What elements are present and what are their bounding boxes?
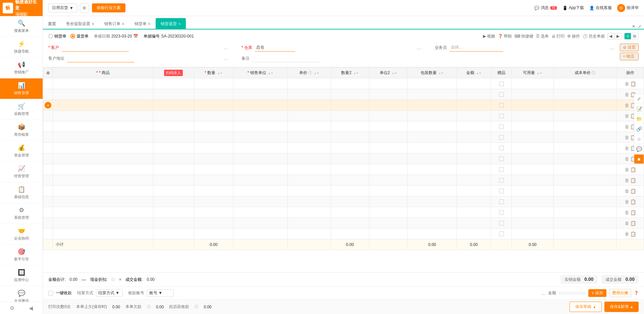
product-cell[interactable] xyxy=(53,111,153,121)
gift-checkbox[interactable] xyxy=(499,232,504,236)
sidebar-item-finance[interactable]: 💰 资金管理 xyxy=(0,141,43,162)
save-draft-button[interactable]: 保存草稿 ▲ xyxy=(570,302,602,312)
gift-checkbox[interactable] xyxy=(499,146,504,150)
sidebar-item-system[interactable]: ⚙ 系统管理 xyxy=(0,203,43,224)
sidebar-item-inventory[interactable]: 📦 库存核算 xyxy=(0,120,43,141)
select-btn[interactable]: ☰ 选单 xyxy=(536,34,549,39)
warehouse-more-icon[interactable]: ... xyxy=(417,45,421,51)
account-select[interactable]: 账号 ▼ xyxy=(147,289,174,297)
salesperson-more-icon[interactable]: ... xyxy=(610,45,614,51)
help-btn[interactable]: ❓ 帮助 xyxy=(498,34,512,39)
sidebar-item-basic[interactable]: 📋 基础信息 xyxy=(0,182,43,203)
address-more-icon[interactable]: ... xyxy=(224,55,228,61)
copy-row-icon[interactable]: 📋 xyxy=(630,167,636,172)
shortcuts-btn[interactable]: ⌨ 快捷键 xyxy=(515,34,533,39)
gift-checkbox[interactable] xyxy=(499,135,504,140)
add-payment-button[interactable]: + 添加 xyxy=(588,289,606,297)
gift-checkbox[interactable] xyxy=(499,103,504,108)
logistics-button[interactable]: + 物流 xyxy=(620,53,639,60)
experience-button[interactable]: 体验行业方案 xyxy=(92,3,125,12)
product-cell[interactable] xyxy=(53,207,153,218)
settings-bottom-icon[interactable]: ⚙ xyxy=(10,305,14,311)
gift-checkbox[interactable] xyxy=(499,178,504,183)
sidebar-item-purchase[interactable]: 🛒 采购管理 xyxy=(0,99,43,120)
online-service-button[interactable]: 👤 在线客服 xyxy=(589,5,612,11)
prev-record-btn[interactable]: ◀ xyxy=(607,33,614,40)
amount-input[interactable] xyxy=(559,292,586,294)
product-cell[interactable] xyxy=(53,175,153,186)
radio-return[interactable]: 退货单 xyxy=(70,34,89,39)
expand-tab-icon[interactable]: ⤢ xyxy=(638,24,641,29)
sidebar-item-wechat[interactable]: 💬 企业微信 xyxy=(0,286,43,302)
delete-row-icon[interactable]: 🗑 xyxy=(625,178,629,183)
sidebar-item-search[interactable]: 🔍 搜索菜单 xyxy=(0,16,43,37)
sidebar-item-sales[interactable]: 📊 销售管理 xyxy=(0,78,43,99)
address-input[interactable] xyxy=(67,54,134,62)
gift-checkbox[interactable] xyxy=(499,124,504,129)
delete-row-icon[interactable]: 🗑 xyxy=(625,188,629,194)
expand-toolbar-btn[interactable]: ⤢ xyxy=(634,94,644,104)
copy-row-icon[interactable]: 📋 xyxy=(630,199,636,204)
copy-row-icon[interactable]: 📋 xyxy=(630,231,636,237)
tab-close-icon[interactable]: ✕ xyxy=(148,22,151,26)
collapse-icon[interactable]: ◀ xyxy=(29,305,33,311)
product-input[interactable] xyxy=(54,103,152,108)
fee-split-button[interactable]: 费用分摊 xyxy=(609,289,631,297)
gift-checkbox[interactable] xyxy=(499,156,504,161)
tab-close-icon[interactable]: ✕ xyxy=(122,22,124,26)
gift-checkbox[interactable] xyxy=(499,210,504,215)
copy-row-icon[interactable]: 📋 xyxy=(630,210,636,215)
product-cell[interactable] xyxy=(53,186,153,196)
tab-close-icon[interactable]: ✕ xyxy=(92,22,94,26)
messages-button[interactable]: 💬 消息 70 xyxy=(534,5,557,11)
note-toolbar-btn[interactable]: 📝 xyxy=(634,104,644,114)
product-cell[interactable] xyxy=(53,143,153,153)
customer-input[interactable] xyxy=(62,44,129,52)
product-cell[interactable] xyxy=(53,196,153,207)
tab-sale-return[interactable]: 销货退货 ✕ xyxy=(156,18,186,29)
history-btn[interactable]: 🕐 历史单据 xyxy=(583,34,605,39)
product-input-cell[interactable] xyxy=(53,100,153,111)
tab-sale-delivery[interactable]: 销货单 ✕ xyxy=(129,18,156,29)
salesperson-input[interactable]: 选择... xyxy=(449,44,503,52)
delete-row-icon[interactable]: 🗑 xyxy=(625,124,629,129)
warehouse-input[interactable]: 总仓 xyxy=(255,44,295,52)
gift-checkbox[interactable] xyxy=(499,199,504,204)
gift-checkbox[interactable] xyxy=(499,167,504,172)
product-cell[interactable] xyxy=(53,78,153,89)
sidebar-item-shortcuts[interactable]: ⚡ 快捷导航 xyxy=(0,37,43,58)
product-cell[interactable] xyxy=(53,153,153,164)
copy-row-icon[interactable]: 📋 xyxy=(630,221,636,226)
link-toolbar-btn[interactable]: 🔗 xyxy=(634,124,644,134)
product-cell[interactable] xyxy=(53,89,153,100)
delete-row-icon[interactable]: 🗑 xyxy=(625,103,629,108)
col-settings[interactable]: ⚙ xyxy=(43,68,53,78)
copy-row-icon[interactable]: 📋 xyxy=(630,178,636,183)
tab-home[interactable]: 首页 xyxy=(43,18,61,29)
tab-close-icon[interactable]: ✕ xyxy=(178,22,181,26)
delete-row-icon[interactable]: 🗑 xyxy=(625,156,629,162)
gift-checkbox[interactable] xyxy=(499,92,504,97)
product-cell[interactable] xyxy=(53,164,153,175)
one-click-checkbox[interactable] xyxy=(48,291,53,296)
gift-checkbox[interactable] xyxy=(499,81,504,86)
print-btn[interactable]: 🖨 打印 xyxy=(551,34,565,39)
settings-button[interactable]: ⚙ 设置 xyxy=(620,44,639,51)
product-cell[interactable] xyxy=(53,218,153,229)
delete-row-icon[interactable]: 🗑 xyxy=(625,92,629,97)
table-view-btn[interactable]: ≡ xyxy=(625,33,631,39)
delete-row-icon[interactable]: 🗑 xyxy=(625,199,629,204)
scan-input-button[interactable]: 扫码录入 xyxy=(164,70,183,76)
copy-row-icon[interactable]: 📋 xyxy=(630,188,636,194)
video-btn[interactable]: ▶ 视频 xyxy=(483,34,495,39)
sidebar-item-enterprise[interactable]: 🤝 企业协同 xyxy=(0,224,43,245)
user-profile[interactable]: 徐 徐泽华 xyxy=(617,4,639,12)
delete-row-icon[interactable]: 🗑 xyxy=(625,167,629,172)
next-record-btn[interactable]: ▶ xyxy=(615,33,622,40)
tab-sale-order[interactable]: 销售订单 ✕ xyxy=(99,18,129,29)
operate-btn[interactable]: ⚙ 操作 xyxy=(567,34,580,39)
account-more-icon[interactable]: ... xyxy=(541,290,545,296)
orange-toolbar-btn[interactable]: ■ xyxy=(634,154,644,164)
app-download-button[interactable]: 📱 App下载 xyxy=(562,5,584,11)
copy-row-icon[interactable]: 📋 xyxy=(630,81,636,86)
